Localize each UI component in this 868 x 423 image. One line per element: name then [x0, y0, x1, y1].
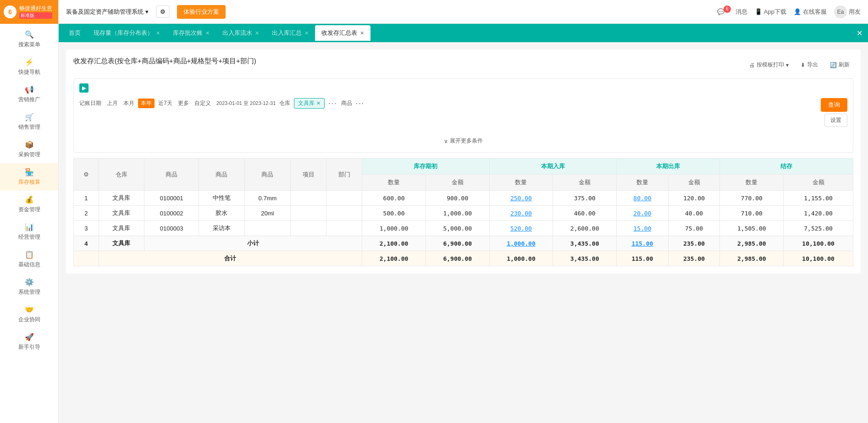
message-button[interactable]: 💬 6 消息 [717, 8, 747, 16]
search-btn-area: 查询 设置 [821, 98, 847, 127]
row-product-spec: 0.7mm [244, 191, 291, 206]
sidebar-item-sales[interactable]: 🛒 销售管理 [0, 108, 58, 136]
row-opening-qty: 600.00 [362, 191, 426, 206]
subtotal-in-amount: 3,435.00 [553, 236, 617, 251]
col-department: 部门 [326, 159, 362, 191]
row-product-code: 0100003 [144, 221, 199, 236]
row-product-name: 采访本 [199, 221, 245, 236]
filter-toggle-button[interactable]: ▶ [79, 83, 88, 93]
sidebar-item-finance[interactable]: 💰 资金管理 [0, 191, 58, 218]
col-in-header: 本期入库 [489, 159, 616, 175]
col-settings[interactable]: ⚙ [74, 159, 99, 191]
online-service-button[interactable]: 👤 在线客服 [794, 8, 827, 16]
row-in-amount: 2,600.00 [553, 221, 617, 236]
page-card: 收发存汇总表(按仓库+商品编码+商品+规格型号+项目+部门) 🖨 按模板打印 ▾… [66, 49, 861, 274]
tab-inventory-dist[interactable]: 现存量（库存分布表） ✕ [87, 25, 166, 41]
logo-badge: 标准版 [19, 12, 52, 19]
col-out-qty: 数量 [617, 175, 669, 191]
total-closing-amount: 10,100.00 [784, 251, 853, 266]
settings-button[interactable]: 设置 [824, 114, 847, 127]
expand-conditions-button[interactable]: ∨ 展开更多条件 [79, 134, 847, 148]
sidebar-item-quick-nav[interactable]: ⚡ 快捷导航 [0, 53, 58, 81]
system-name: 装备及固定资产辅助管理系统 [66, 8, 144, 16]
total-label: 合计 [99, 251, 362, 266]
sidebar-item-guide[interactable]: 🚀 新手引导 [0, 328, 58, 356]
warehouse-tag-close-button[interactable]: ✕ [316, 100, 321, 106]
tab-close-icon[interactable]: ✕ [360, 30, 364, 36]
row-department [326, 221, 362, 236]
date-btn-more[interactable]: 更多 [176, 99, 191, 108]
filter-left: 记账日期 上月 本月 本年 近7天 更多 自定义 2023-01-01 至 20… [79, 98, 815, 109]
marketing-icon: 📢 [25, 85, 34, 94]
sidebar-item-search[interactable]: 🔍 搜索菜单 [0, 26, 58, 53]
row-out-qty[interactable]: 20.00 [617, 206, 669, 221]
gear-button[interactable]: ⚙ [156, 5, 170, 18]
sidebar-item-cooperation[interactable]: 🤝 企业协同 [0, 301, 58, 328]
product-dots[interactable]: ··· [356, 99, 365, 108]
refresh-button[interactable]: 🔄 刷新 [826, 59, 853, 71]
table-row: 1 文具库 0100001 中性笔 0.7mm 600.00 900.00 25… [74, 191, 853, 206]
app-download-button[interactable]: 📱 App下载 [755, 8, 786, 16]
sidebar-item-basic-info[interactable]: 📋 基础信息 [0, 246, 58, 273]
warehouse-tag: 文具库 ✕ [294, 98, 325, 109]
row-out-qty[interactable]: 15.00 [617, 221, 669, 236]
row-in-qty[interactable]: 520.00 [489, 221, 553, 236]
export-button[interactable]: ⬇ 导出 [797, 59, 822, 71]
sidebar-item-inventory[interactable]: 🏪 库存核算 [0, 163, 58, 191]
user-menu[interactable]: Ea 用友 [834, 5, 861, 18]
sidebar-item-system[interactable]: ⚙️ 系统管理 [0, 273, 58, 301]
query-button[interactable]: 查询 [821, 98, 847, 112]
date-btn-this-month[interactable]: 本月 [122, 99, 136, 108]
user-name: 用友 [849, 8, 861, 16]
total-out-amount: 235.00 [668, 251, 720, 266]
warehouse-dots[interactable]: ··· [328, 99, 337, 108]
table-row: 2 文具库 0100002 胶水 20ml 500.00 1,000.00 23… [74, 206, 853, 221]
row-product-spec [244, 221, 291, 236]
try-industry-button[interactable]: 体验行业方案 [177, 5, 226, 19]
col-product-code: 商品 [144, 159, 199, 191]
row-department [326, 206, 362, 221]
col-out-header: 本期出库 [617, 159, 720, 175]
col-product-name: 商品 [199, 159, 245, 191]
system-selector[interactable]: 装备及固定资产辅助管理系统 ▾ [66, 8, 149, 16]
warehouse-tag-name: 文具库 [298, 99, 315, 107]
sidebar-item-label: 经营管理 [18, 233, 40, 241]
row-opening-qty: 500.00 [362, 206, 426, 221]
sidebar-item-label: 销售管理 [18, 123, 40, 131]
tab-close-icon[interactable]: ✕ [304, 30, 309, 36]
tab-bar-close-button[interactable]: ✕ [855, 27, 864, 39]
sidebar-item-label: 资金管理 [18, 206, 40, 214]
table-wrapper: ⚙ 仓库 商品 商品 商品 项目 部门 库存期初 本期入库 本期出库 结存 [73, 158, 853, 266]
print-button[interactable]: 🖨 按模板打印 ▾ [746, 59, 792, 71]
col-product-spec: 商品 [244, 159, 291, 191]
row-out-qty[interactable]: 80.00 [617, 191, 669, 206]
date-btn-custom[interactable]: 自定义 [193, 99, 213, 108]
row-product-spec: 20ml [244, 206, 291, 221]
tab-batch[interactable]: 库存批次账 ✕ [166, 25, 216, 41]
tab-recv-send[interactable]: 收发存汇总表 ✕ [315, 25, 370, 41]
tab-home[interactable]: 首页 [62, 25, 87, 41]
tab-inout-summary[interactable]: 出入库汇总 ✕ [265, 25, 315, 41]
tab-close-icon[interactable]: ✕ [255, 30, 259, 36]
sidebar-nav: 🔍 搜索菜单 ⚡ 快捷导航 📢 营销推广 🛒 销售管理 📦 采购管理 🏪 库存核… [0, 24, 58, 423]
tab-inout-flow[interactable]: 出入库流水 ✕ [216, 25, 265, 41]
date-btn-this-year[interactable]: 本年 [138, 99, 155, 108]
filter-row: 记账日期 上月 本月 本年 近7天 更多 自定义 2023-01-01 至 20… [79, 98, 847, 127]
tab-close-icon[interactable]: ✕ [205, 30, 210, 36]
sidebar-item-marketing[interactable]: 📢 营销推广 [0, 81, 58, 108]
sidebar-item-purchase[interactable]: 📦 采购管理 [0, 136, 58, 163]
tab-batch-label: 库存批次账 [173, 29, 203, 37]
subtotal-out-qty[interactable]: 115.00 [617, 236, 669, 251]
tab-home-label: 首页 [69, 29, 81, 37]
date-btn-last-month[interactable]: 上月 [105, 99, 120, 108]
sidebar-item-label: 企业协同 [18, 316, 40, 324]
date-btn-7days[interactable]: 近7天 [156, 99, 174, 108]
sidebar-item-operations[interactable]: 📊 经营管理 [0, 218, 58, 246]
subtotal-in-qty[interactable]: 1,000.00 [489, 236, 553, 251]
row-warehouse: 文具库 [99, 191, 144, 206]
row-in-qty[interactable]: 230.00 [489, 206, 553, 221]
tab-close-icon[interactable]: ✕ [156, 30, 160, 36]
tab-inventory-dist-label: 现存量（库存分布表） [94, 29, 153, 37]
row-in-qty[interactable]: 250.00 [489, 191, 553, 206]
row-closing-amount: 7,525.00 [784, 221, 853, 236]
